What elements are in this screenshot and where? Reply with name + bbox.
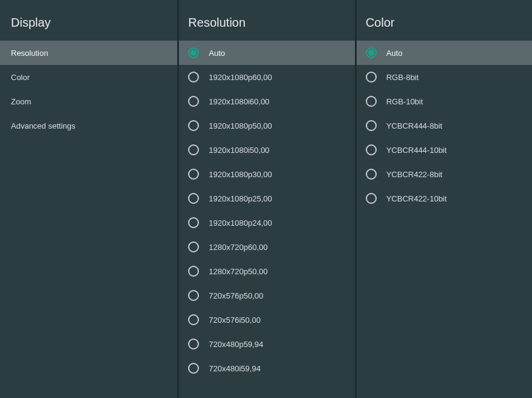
resolution-option-1280x720p50-00[interactable]: 1280x720p50,00 bbox=[177, 259, 354, 283]
sidebar-item-label: Color bbox=[11, 73, 166, 82]
resolution-option-label: 1280x720p60,00 bbox=[209, 243, 343, 252]
resolution-option-label: 720x480i59,94 bbox=[209, 364, 343, 373]
sidebar-item-zoom[interactable]: Zoom bbox=[0, 89, 177, 113]
radio-icon bbox=[188, 72, 199, 83]
resolution-option-label: 720x480p59,94 bbox=[209, 340, 343, 349]
sidebar-item-advanced-settings[interactable]: Advanced settings bbox=[0, 113, 177, 138]
resolution-option-label: Auto bbox=[209, 49, 343, 58]
resolution-option-1920x1080i50-00[interactable]: 1920x1080i50,00 bbox=[177, 138, 354, 162]
sidebar-item-label: Advanced settings bbox=[11, 121, 166, 130]
resolution-option-720x576p50-00[interactable]: 720x576p50,00 bbox=[177, 283, 354, 308]
resolution-option-label: 1920x1080p24,00 bbox=[209, 218, 343, 228]
color-option-label: RGB-10bit bbox=[386, 97, 521, 106]
radio-icon bbox=[188, 193, 199, 204]
color-option-ycbcr444-10bit[interactable]: YCBCR444-10bit bbox=[355, 138, 532, 162]
radio-icon bbox=[188, 96, 199, 107]
radio-icon bbox=[366, 193, 377, 204]
resolution-option-1920x1080p60-00[interactable]: 1920x1080p60,00 bbox=[177, 65, 354, 89]
radio-icon bbox=[188, 47, 199, 58]
color-option-ycbcr444-8bit[interactable]: YCBCR444-8bit bbox=[355, 113, 532, 138]
resolution-option-label: 720x576p50,00 bbox=[209, 291, 343, 300]
color-option-rgb-8bit[interactable]: RGB-8bit bbox=[355, 65, 532, 89]
color-option-label: YCBCR444-10bit bbox=[386, 146, 521, 155]
resolution-options: Auto1920x1080p60,001920x1080i60,001920x1… bbox=[177, 41, 354, 398]
resolution-panel-title: Resolution bbox=[177, 0, 354, 41]
radio-icon bbox=[188, 169, 199, 180]
display-panel: Display ResolutionColorZoomAdvanced sett… bbox=[0, 0, 177, 398]
resolution-option-1280x720p60-00[interactable]: 1280x720p60,00 bbox=[177, 235, 354, 259]
color-option-label: YCBCR444-8bit bbox=[386, 121, 521, 130]
resolution-option-1920x1080p25-00[interactable]: 1920x1080p25,00 bbox=[177, 186, 354, 211]
resolution-option-label: 1920x1080p60,00 bbox=[209, 73, 343, 82]
sidebar-item-label: Resolution bbox=[11, 49, 166, 58]
color-panel: Color AutoRGB-8bitRGB-10bitYCBCR444-8bit… bbox=[355, 0, 532, 398]
resolution-option-label: 1280x720p50,00 bbox=[209, 267, 343, 276]
radio-icon bbox=[188, 290, 199, 301]
resolution-option-label: 1920x1080p25,00 bbox=[209, 194, 343, 203]
resolution-option-720x480i59-94[interactable]: 720x480i59,94 bbox=[177, 356, 354, 380]
radio-icon bbox=[366, 144, 377, 155]
radio-icon bbox=[188, 314, 199, 325]
color-option-rgb-10bit[interactable]: RGB-10bit bbox=[355, 89, 532, 113]
resolution-option-1920x1080p24-00[interactable]: 1920x1080p24,00 bbox=[177, 211, 354, 235]
radio-icon bbox=[188, 363, 199, 374]
radio-icon bbox=[366, 47, 377, 58]
resolution-option-720x576i50-00[interactable]: 720x576i50,00 bbox=[177, 308, 354, 332]
color-option-ycbcr422-10bit[interactable]: YCBCR422-10bit bbox=[355, 186, 532, 211]
resolution-option-1920x1080i60-00[interactable]: 1920x1080i60,00 bbox=[177, 89, 354, 113]
settings-app: Display ResolutionColorZoomAdvanced sett… bbox=[0, 0, 532, 398]
radio-icon bbox=[188, 241, 199, 252]
radio-icon bbox=[366, 120, 377, 131]
radio-icon bbox=[366, 169, 377, 180]
radio-icon bbox=[188, 266, 199, 277]
resolution-option-label: 1920x1080p30,00 bbox=[209, 170, 343, 179]
sidebar-item-color[interactable]: Color bbox=[0, 65, 177, 89]
resolution-panel: Resolution Auto1920x1080p60,001920x1080i… bbox=[177, 0, 354, 398]
resolution-option-label: 1920x1080p50,00 bbox=[209, 121, 343, 130]
color-option-label: RGB-8bit bbox=[386, 73, 521, 82]
resolution-option-label: 1920x1080i60,00 bbox=[209, 97, 343, 106]
color-option-auto[interactable]: Auto bbox=[355, 41, 532, 65]
resolution-option-1920x1080p30-00[interactable]: 1920x1080p30,00 bbox=[177, 162, 354, 186]
color-options: AutoRGB-8bitRGB-10bitYCBCR444-8bitYCBCR4… bbox=[355, 41, 532, 398]
sidebar-item-resolution[interactable]: Resolution bbox=[0, 41, 177, 65]
radio-icon bbox=[188, 120, 199, 131]
display-menu: ResolutionColorZoomAdvanced settings bbox=[0, 41, 177, 398]
resolution-option-auto[interactable]: Auto bbox=[177, 41, 354, 65]
resolution-option-label: 720x576i50,00 bbox=[209, 315, 343, 325]
radio-icon bbox=[366, 96, 377, 107]
resolution-option-1920x1080p50-00[interactable]: 1920x1080p50,00 bbox=[177, 113, 354, 138]
color-option-label: YCBCR422-10bit bbox=[386, 194, 521, 203]
radio-icon bbox=[366, 72, 377, 83]
color-panel-title: Color bbox=[355, 0, 532, 41]
color-option-ycbcr422-8bit[interactable]: YCBCR422-8bit bbox=[355, 162, 532, 186]
display-panel-title: Display bbox=[0, 0, 177, 41]
resolution-option-label: 1920x1080i50,00 bbox=[209, 146, 343, 155]
sidebar-item-label: Zoom bbox=[11, 97, 166, 106]
resolution-option-720x480p59-94[interactable]: 720x480p59,94 bbox=[177, 332, 354, 356]
color-option-label: YCBCR422-8bit bbox=[386, 170, 521, 179]
radio-icon bbox=[188, 339, 199, 349]
radio-icon bbox=[188, 144, 199, 155]
radio-icon bbox=[188, 217, 199, 228]
color-option-label: Auto bbox=[386, 49, 521, 58]
